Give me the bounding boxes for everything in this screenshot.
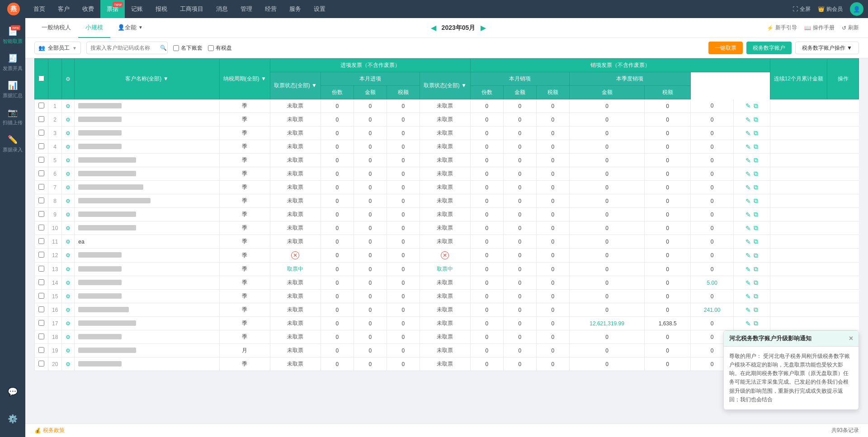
tax-disk-checkbox[interactable]: [208, 45, 214, 51]
new-guide-btn[interactable]: ⚡ 新手引导: [767, 24, 797, 32]
notification-close-btn[interactable]: ×: [849, 334, 853, 343]
col-input-status-header[interactable]: 取票状态(全部) ▼: [270, 72, 321, 99]
one-click-invoice-btn[interactable]: 一键取票: [708, 42, 743, 54]
col-tax-period-header[interactable]: 纳税周期(全部) ▼: [219, 59, 270, 99]
row-checkbox[interactable]: [38, 170, 44, 176]
sidebar-item-invoice-entry[interactable]: ✏️ 票据录入: [0, 130, 25, 157]
nav-item-票据[interactable]: 票据new: [100, 0, 125, 18]
edit-icon[interactable]: ✎: [745, 238, 751, 245]
nav-item-服务[interactable]: 服务: [283, 0, 307, 18]
row-checkbox[interactable]: [38, 266, 44, 272]
fullscreen-btn[interactable]: ⛶ 全屏: [793, 5, 811, 13]
nav-item-消息[interactable]: 消息: [210, 0, 234, 18]
copy-icon[interactable]: ⧉: [754, 320, 758, 327]
edit-icon[interactable]: ✎: [745, 184, 751, 191]
copy-icon[interactable]: ⧉: [754, 156, 758, 164]
tax-policy-link[interactable]: 💰 税务政策: [34, 427, 65, 434]
nav-item-客户[interactable]: 客户: [52, 0, 76, 18]
edit-icon[interactable]: ✎: [745, 143, 751, 150]
nav-item-收费[interactable]: 收费: [76, 0, 100, 18]
edit-icon[interactable]: ✎: [745, 279, 751, 287]
search-input[interactable]: [90, 45, 158, 51]
nav-item-报税[interactable]: 报税: [149, 0, 174, 18]
row-checkbox[interactable]: [38, 143, 44, 149]
digital-account-btn[interactable]: 税务数字账户: [746, 42, 792, 54]
sidebar-item-intelligent-invoice[interactable]: 📄 new 智能取票: [0, 22, 25, 49]
row-checkbox[interactable]: [38, 211, 44, 217]
cumulative-amount[interactable]: 241.00: [704, 307, 721, 313]
sidebar-item-settings[interactable]: ⚙️: [0, 405, 25, 432]
row-checkbox[interactable]: [38, 225, 44, 230]
edit-icon[interactable]: ✎: [745, 266, 751, 273]
nav-item-经营[interactable]: 经营: [259, 0, 283, 18]
tab-general-taxpayer[interactable]: 一般纳税人: [34, 18, 78, 38]
deduct-amount[interactable]: 12,621,319.99: [590, 320, 624, 327]
row-checkbox[interactable]: [38, 293, 44, 299]
row-checkbox[interactable]: [38, 320, 44, 326]
member-btn[interactable]: 👑 购会员: [818, 5, 843, 13]
my-accounts-checkbox[interactable]: [173, 45, 179, 51]
row-checkbox[interactable]: [38, 130, 44, 136]
prev-month-btn[interactable]: ◀: [429, 23, 438, 32]
tab-all[interactable]: 👤 全能 ▼: [110, 18, 150, 38]
next-month-btn[interactable]: ▶: [479, 23, 488, 32]
digital-account-ops-btn[interactable]: 税务数字账户操作 ▼: [795, 42, 859, 54]
edit-icon[interactable]: ✎: [745, 102, 751, 109]
sidebar-item-invoice-summary[interactable]: 📊 票据汇总: [0, 76, 25, 103]
tab-small-scale[interactable]: 小规模: [78, 18, 110, 38]
edit-icon[interactable]: ✎: [745, 197, 751, 205]
edit-icon[interactable]: ✎: [745, 211, 751, 218]
row-checkbox[interactable]: [38, 334, 44, 339]
select-all-checkbox[interactable]: [38, 75, 44, 81]
copy-icon[interactable]: ⧉: [754, 211, 758, 218]
copy-icon[interactable]: ⧉: [754, 238, 758, 245]
copy-icon[interactable]: ⧉: [754, 306, 758, 314]
row-checkbox[interactable]: [38, 157, 44, 163]
sidebar-item-message[interactable]: 💬: [0, 378, 25, 405]
nav-item-记账[interactable]: 记账: [125, 0, 149, 18]
copy-icon[interactable]: ⧉: [754, 279, 758, 287]
row-checkbox[interactable]: [38, 184, 44, 190]
tax-disk-checkbox-label[interactable]: 有税盘: [208, 44, 232, 52]
nav-item-设置[interactable]: 设置: [307, 0, 332, 18]
refresh-btn[interactable]: ↺ 刷新: [842, 24, 859, 32]
avatar[interactable]: 👤: [850, 2, 863, 16]
col-name-header[interactable]: 客户名称(全部) ▼: [75, 59, 219, 99]
copy-icon[interactable]: ⧉: [754, 252, 758, 259]
copy-icon[interactable]: ⧉: [754, 143, 758, 150]
row-checkbox[interactable]: [38, 361, 44, 367]
edit-icon[interactable]: ✎: [745, 157, 751, 164]
copy-icon[interactable]: ⧉: [754, 224, 758, 232]
row-checkbox[interactable]: [38, 347, 44, 353]
my-accounts-checkbox-label[interactable]: 名下账套: [173, 44, 203, 52]
edit-icon[interactable]: ✎: [745, 306, 751, 314]
edit-icon[interactable]: ✎: [745, 170, 751, 178]
sidebar-item-invoice-open[interactable]: 🧾 发票开具: [0, 49, 25, 76]
edit-icon[interactable]: ✎: [745, 130, 751, 137]
copy-icon[interactable]: ⧉: [754, 129, 758, 137]
row-checkbox[interactable]: [38, 238, 44, 244]
row-checkbox[interactable]: [38, 116, 44, 122]
employee-select[interactable]: 👥 全部员工 ▼: [34, 42, 81, 54]
copy-icon[interactable]: ⧉: [754, 197, 758, 205]
manual-btn[interactable]: 📖 操作手册: [804, 24, 835, 32]
nav-item-管理[interactable]: 管理: [234, 0, 259, 18]
copy-icon[interactable]: ⧉: [754, 102, 758, 110]
sidebar-item-scan-upload[interactable]: 📷 扫描上传: [0, 103, 25, 130]
nav-item-首页[interactable]: 首页: [27, 0, 52, 18]
edit-icon[interactable]: ✎: [745, 252, 751, 259]
col-output-status-header[interactable]: 取票状态(全部) ▼: [420, 72, 470, 99]
row-checkbox[interactable]: [38, 306, 44, 312]
row-checkbox[interactable]: [38, 103, 44, 108]
edit-icon[interactable]: ✎: [745, 293, 751, 300]
copy-icon[interactable]: ⧉: [754, 292, 758, 300]
edit-icon[interactable]: ✎: [745, 116, 751, 123]
cumulative-amount[interactable]: 5.00: [707, 280, 717, 286]
nav-item-工商项目[interactable]: 工商项目: [174, 0, 210, 18]
copy-icon[interactable]: ⧉: [754, 170, 758, 178]
copy-icon[interactable]: ⧉: [754, 183, 758, 191]
edit-icon[interactable]: ✎: [745, 225, 751, 232]
edit-icon[interactable]: ✎: [745, 320, 751, 327]
copy-icon[interactable]: ⧉: [754, 265, 758, 273]
row-checkbox[interactable]: [38, 279, 44, 285]
